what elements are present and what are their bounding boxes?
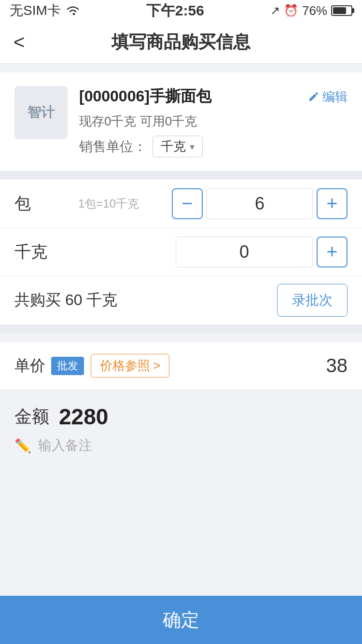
battery-icon [331,5,352,16]
total-row: 共购买 60 千克 录批次 [0,276,362,324]
bao-input[interactable] [207,188,313,219]
wifi-icon [66,5,80,16]
status-indicators: ↗ ⏰ 76% [270,3,352,18]
remark-text: 输入备注 [38,436,92,455]
back-button[interactable]: < [14,31,25,53]
input-section: 包 1包=10千克 − + 千克 + [0,180,362,276]
edit-icon [308,91,320,102]
bao-plus-button[interactable]: + [317,188,348,219]
location-icon: ↗ [270,4,280,17]
remark-row[interactable]: ✏️ 输入备注 [14,436,348,455]
amount-section: 金额 2280 ✏️ 输入备注 [0,390,362,464]
bao-input-row: 包 1包=10千克 − + [0,180,362,228]
kg-plus-button[interactable]: + [317,237,348,267]
kg-number-control: + [172,237,348,267]
unit-dropdown-icon: ▾ [190,141,195,153]
product-thumb-text: 智计 [28,103,55,122]
product-name-row: [0000006]手撕面包 编辑 [79,86,348,107]
edit-button[interactable]: 编辑 [308,88,348,105]
product-info: [0000006]手撕面包 编辑 现存0千克 可用0千克 销售单位： 千克 ▾ [79,86,348,157]
product-name: [0000006]手撕面包 [79,86,211,107]
status-time: 下午2:56 [146,1,204,21]
section-divider-2 [0,324,362,333]
product-thumbnail: 智计 [14,86,68,139]
battery-fill [333,7,346,14]
price-ref-arrow: > [153,358,160,373]
bao-hint: 1包=10千克 [78,196,172,211]
amount-row: 金额 2280 [14,404,348,430]
status-carrier: 无SIM卡 [10,1,80,20]
amount-value: 2280 [59,404,108,430]
battery-text: 76% [302,3,327,18]
confirm-text: 确定 [163,608,199,632]
unit-value: 千克 [161,138,186,155]
unit-select[interactable]: 千克 ▾ [153,136,203,157]
kg-input-row: 千克 + [0,228,362,276]
bao-minus-button[interactable]: − [172,188,203,219]
price-tag: 批发 [51,357,84,375]
product-unit-row: 销售单位： 千克 ▾ [79,136,348,157]
total-text: 共购买 60 千克 [14,290,277,311]
price-ref-label: 价格参照 [100,357,150,374]
price-row: 单价 批发 价格参照 > 38 [0,342,362,390]
nav-bar: < 填写商品购买信息 [0,21,362,64]
amount-label: 金额 [14,405,49,429]
carrier-text: 无SIM卡 [10,1,61,20]
product-stock: 现存0千克 可用0千克 [79,113,348,130]
section-divider-1 [0,171,362,180]
unit-label: 销售单位： [79,138,147,156]
pencil-icon: ✏️ [14,438,31,454]
product-card: 智计 [0000006]手撕面包 编辑 现存0千克 可用0千克 销售单位： 千克… [0,72,362,171]
edit-label: 编辑 [322,88,348,105]
page-title: 填写商品购买信息 [111,30,251,54]
confirm-bar[interactable]: 确定 [0,596,362,644]
price-section: 单价 批发 价格参照 > 38 [0,342,362,390]
status-bar: 无SIM卡 下午2:56 ↗ ⏰ 76% [0,0,362,21]
bao-label: 包 [14,193,72,215]
bao-number-control: − + [172,188,348,219]
price-ref-button[interactable]: 价格参照 > [91,354,169,378]
record-batch-button[interactable]: 录批次 [277,284,348,317]
price-value: 38 [326,355,348,377]
kg-input[interactable] [176,237,313,267]
kg-label: 千克 [14,241,72,263]
alarm-icon: ⏰ [284,4,298,17]
price-label: 单价 [14,355,45,377]
